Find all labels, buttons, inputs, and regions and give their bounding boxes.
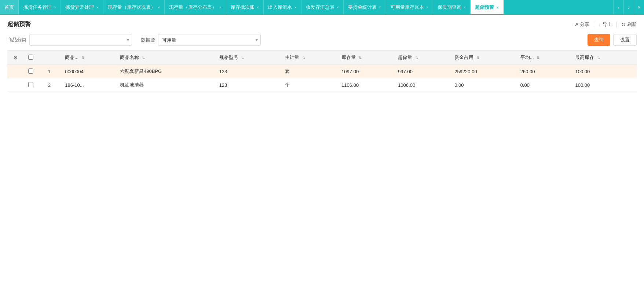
nav-item-home[interactable]: 首页 (0, 0, 19, 15)
row-settings (7, 78, 23, 92)
share-button[interactable]: ↗ 分享 (574, 21, 589, 28)
nav-arrow-right[interactable]: › (623, 0, 634, 15)
nav-label: 拣货任务管理 (23, 4, 52, 11)
row-index: 2 (38, 78, 61, 92)
nav-label: 首页 (4, 4, 14, 11)
page-title: 超储预警 (7, 21, 31, 28)
col-label: 库存量 (341, 55, 356, 60)
close-icon[interactable]: × (96, 5, 98, 10)
select-all-checkbox[interactable] (28, 55, 33, 60)
nav-arrow-close[interactable]: × (634, 0, 644, 15)
col-header-product-name[interactable]: 商品名称 ⇅ (116, 51, 215, 65)
col-label: 商品... (65, 55, 78, 60)
row-spec: 123 (215, 65, 281, 78)
share-icon: ↗ (574, 22, 578, 27)
row-checkbox-cell[interactable] (23, 78, 38, 92)
row-product-name: 机油滤清器 (116, 78, 215, 92)
close-icon[interactable]: × (379, 5, 381, 10)
nav-label: 收发存汇总表 (306, 4, 334, 11)
close-icon[interactable]: × (257, 5, 259, 10)
col-header-unit[interactable]: 主计量 ⇅ (281, 51, 337, 65)
nav-arrow-left[interactable]: ‹ (613, 0, 623, 15)
sort-icon: ⇅ (359, 56, 362, 60)
row-index: 1 (38, 65, 61, 78)
row-capital-usage: 259220.00 (450, 65, 516, 78)
row-unit: 个 (281, 78, 337, 92)
col-header-settings[interactable]: ⚙ (7, 51, 23, 65)
close-icon[interactable]: × (158, 5, 160, 10)
datasource-label: 数据源 (141, 37, 155, 43)
query-button[interactable]: 查询 (588, 34, 610, 46)
page-header: 超储预警 ↗ 分享 ↓ 导出 ↻ 刷新 (7, 21, 637, 28)
nav-item-overstock-warning[interactable]: 超储预警 × (471, 0, 503, 15)
row-overstock: 1006.00 (394, 78, 450, 92)
row-product-code: 0000004 (61, 65, 116, 78)
col-header-checkbox[interactable] (23, 51, 38, 65)
nav-label: 可用量库存账本 (391, 4, 424, 11)
col-header-stock[interactable]: 库存量 ⇅ (337, 51, 394, 65)
col-label: 最高库存 (575, 55, 594, 60)
col-header-product-code[interactable]: 商品... ⇅ (61, 51, 116, 65)
nav-item-batch-account[interactable]: 库存批次账 × (226, 0, 264, 15)
category-label: 商品分类 (7, 37, 26, 43)
row-max-stock: 100.00 (571, 65, 637, 78)
nav-item-task-mgmt[interactable]: 拣货任务管理 × (19, 0, 61, 15)
row-stock: 1097.00 (337, 65, 394, 78)
nav-item-inventory-status[interactable]: 现存量（库存状况表） × (103, 0, 165, 15)
sort-icon: ⇅ (142, 56, 145, 60)
nav-item-abnormal[interactable]: 拣货异常处理 × (61, 0, 103, 15)
datasource-select-wrapper: 可用量 库存量 ▾ (158, 34, 261, 46)
col-header-spec[interactable]: 规格型号 ⇅ (215, 51, 281, 65)
col-header-capital-usage[interactable]: 资金占用 ⇅ (450, 51, 516, 65)
close-icon[interactable]: × (496, 5, 498, 10)
nav-item-order-stats[interactable]: 要货单统计表 × (344, 0, 386, 15)
nav-label: 拣货异常处理 (65, 4, 94, 11)
row-settings (7, 65, 23, 78)
row-stock: 1106.00 (337, 78, 394, 92)
sort-icon: ⇅ (81, 56, 84, 60)
row-checkbox-cell[interactable] (23, 65, 38, 78)
sort-icon: ⇅ (302, 56, 305, 60)
row-product-name: 六配套新昌490BPG (116, 65, 215, 78)
nav-label: 保质期查询 (438, 4, 461, 11)
category-select[interactable] (29, 34, 132, 46)
col-label: 主计量 (285, 55, 299, 60)
top-navigation: 首页 拣货任务管理 × 拣货异常处理 × 现存量（库存状况表） × 现存量（库存… (0, 0, 644, 15)
nav-label: 现存量（库存状况表） (108, 4, 155, 11)
nav-item-available-ledger[interactable]: 可用量库存账本 × (386, 0, 433, 15)
col-header-max-stock[interactable]: 最高库存 ⇅ (571, 51, 637, 65)
nav-item-inout-flow[interactable]: 出入库流水 × (264, 0, 301, 15)
nav-label: 现存量（库存分布表） (169, 4, 217, 11)
close-icon[interactable]: × (426, 5, 428, 10)
col-header-avg[interactable]: 平均... ⇅ (516, 51, 571, 65)
nav-label: 出入库流水 (268, 4, 292, 11)
export-button[interactable]: ↓ 导出 (599, 21, 612, 28)
data-table: ⚙ 商品... ⇅ 商品名称 ⇅ 规格型号 ⇅ (7, 50, 637, 92)
close-icon[interactable]: × (464, 5, 466, 10)
divider (594, 22, 594, 27)
gear-icon[interactable]: ⚙ (12, 54, 19, 61)
row-checkbox[interactable] (28, 82, 33, 87)
col-label: 资金占用 (454, 55, 473, 60)
col-header-overstock[interactable]: 超储量 ⇅ (394, 51, 450, 65)
nav-label: 超储预警 (475, 4, 494, 11)
datasource-select[interactable]: 可用量 库存量 (158, 34, 261, 46)
close-icon[interactable]: × (54, 5, 56, 10)
nav-label: 要货单统计表 (348, 4, 377, 11)
nav-item-quality-check[interactable]: 保质期查询 × (433, 0, 471, 15)
sort-icon: ⇅ (476, 56, 479, 60)
close-icon[interactable]: × (294, 5, 296, 10)
nav-item-inventory-dist[interactable]: 现存量（库存分布表） × (165, 0, 226, 15)
row-checkbox[interactable] (28, 68, 33, 74)
close-icon[interactable]: × (219, 5, 221, 10)
row-avg: 0.00 (516, 78, 571, 92)
table-row: 1 0000004 六配套新昌490BPG 123 套 1097.00 997.… (7, 65, 637, 78)
refresh-label: 刷新 (627, 21, 637, 28)
category-filter: 商品分类 ▾ (7, 34, 132, 46)
settings-button[interactable]: 设置 (613, 34, 637, 46)
nav-item-receive-summary[interactable]: 收发存汇总表 × (301, 0, 344, 15)
close-icon[interactable]: × (337, 5, 339, 10)
refresh-button[interactable]: ↻ 刷新 (621, 21, 637, 28)
table-row: 2 186-10... 机油滤清器 123 个 1106.00 1006.00 … (7, 78, 637, 92)
row-spec: 123 (215, 78, 281, 92)
